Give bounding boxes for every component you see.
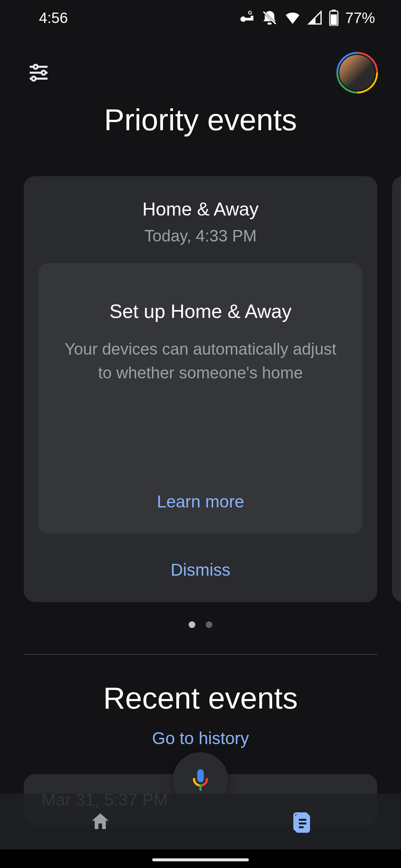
svg-rect-9: [331, 14, 337, 25]
section-divider: [24, 654, 377, 655]
nav-feed[interactable]: [200, 794, 401, 849]
setup-card-title: Set up Home & Away: [110, 300, 291, 322]
app-bar: [0, 36, 401, 110]
cell-signal-icon: [307, 10, 322, 25]
status-time: 4:56: [39, 10, 68, 26]
svg-point-15: [32, 77, 36, 81]
svg-rect-2: [251, 16, 253, 19]
vpn-key-icon: G: [238, 10, 255, 26]
next-card-peek[interactable]: [392, 176, 401, 602]
battery-icon: [329, 10, 339, 26]
account-avatar[interactable]: [336, 52, 378, 93]
page-dot-active: [189, 621, 195, 628]
nav-home[interactable]: [0, 794, 200, 849]
avatar-image: [338, 54, 376, 92]
wifi-icon: [284, 10, 301, 26]
setup-card: Set up Home & Away Your devices can auto…: [39, 263, 362, 534]
card-timestamp: Today, 4:33 PM: [144, 227, 257, 245]
priority-event-card[interactable]: Home & Away Today, 4:33 PM Set up Home &…: [24, 176, 377, 602]
card-title: Home & Away: [142, 198, 258, 220]
battery-percent: 77%: [345, 10, 375, 26]
status-icons: G 77%: [238, 10, 375, 26]
dismiss-button[interactable]: Dismiss: [171, 560, 231, 580]
svg-rect-8: [332, 10, 336, 12]
svg-point-0: [240, 16, 246, 22]
page-title: Priority events: [0, 102, 401, 137]
recent-events-title: Recent events: [0, 681, 401, 716]
bottom-navigation: [0, 794, 401, 849]
svg-point-13: [42, 71, 46, 75]
page-dot: [206, 621, 212, 628]
dnd-icon: [261, 10, 278, 26]
sliders-icon: [27, 61, 50, 85]
settings-sliders-button[interactable]: [24, 58, 53, 88]
svg-rect-4: [267, 23, 271, 24]
carousel-indicator: [0, 621, 401, 628]
home-icon: [89, 811, 111, 833]
feed-icon: [290, 811, 312, 833]
priority-events-carousel[interactable]: Home & Away Today, 4:33 PM Set up Home &…: [0, 137, 401, 602]
svg-text:G: G: [248, 10, 252, 16]
setup-card-description: Your devices can automatically adjust to…: [57, 337, 344, 385]
learn-more-button[interactable]: Learn more: [157, 491, 244, 512]
svg-point-11: [34, 65, 38, 69]
svg-rect-16: [197, 769, 204, 782]
status-bar: 4:56 G 77%: [0, 0, 401, 36]
gesture-handle[interactable]: [152, 858, 249, 861]
go-to-history-link[interactable]: Go to history: [0, 728, 401, 748]
microphone-icon: [188, 767, 213, 793]
